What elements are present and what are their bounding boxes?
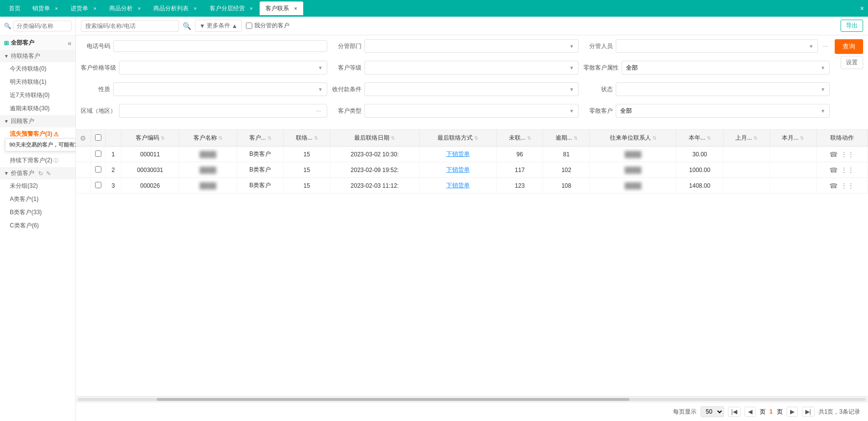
tab-customer-tier-close[interactable]: × (250, 5, 253, 11)
row-last-method-0[interactable]: 下销货单 (419, 147, 496, 162)
th-last-month[interactable]: 上月... ⇅ (723, 130, 770, 147)
row-checkbox-cell[interactable] (91, 162, 105, 178)
row-action-more-1[interactable]: ⋮⋮ (841, 166, 854, 174)
zero-attr-select[interactable]: 全部 ▼ (622, 61, 830, 74)
phone-input[interactable] (113, 40, 327, 52)
page-size-select[interactable]: 50 (700, 406, 724, 417)
sort-code-icon[interactable]: ⇅ (161, 135, 165, 141)
main-search-input[interactable] (81, 20, 179, 32)
main-search-button[interactable]: 🔍 (183, 22, 191, 30)
sort-company-contact-icon[interactable]: ⇅ (652, 135, 656, 141)
th-type[interactable]: 客户... ⇅ (237, 130, 283, 147)
tab-analysis-list[interactable]: 商品分析列表 × (147, 1, 202, 15)
th-current-month[interactable]: 本月... ⇅ (770, 130, 816, 147)
sidebar-item-overdue[interactable]: 逾期未联络(30) (0, 102, 75, 115)
more-conditions-button[interactable]: ▼ 更多条件 ▲ (195, 20, 242, 32)
sort-current-year-icon[interactable]: ⇅ (707, 135, 711, 141)
sort-not-contacted-icon[interactable]: ⇅ (527, 135, 531, 141)
person-dots[interactable]: ··· (821, 43, 830, 50)
settings-button[interactable]: 设置 (841, 56, 863, 69)
row-checkbox-0[interactable] (95, 150, 101, 157)
section-pending-contact[interactable]: ▼ 待联络客户 (0, 50, 75, 62)
row-last-method-link-1[interactable]: 下销货单 (446, 166, 470, 173)
customer-type-select[interactable]: ▼ (364, 104, 579, 118)
my-customers-checkbox[interactable]: 我分管的客户 (246, 22, 289, 30)
th-company-contact[interactable]: 往来单位联系人 ⇅ (590, 130, 676, 147)
th-checkbox[interactable] (91, 130, 105, 147)
sidebar-item-ungrouped[interactable]: 未分组(32) (0, 179, 75, 193)
tab-purchase[interactable]: 进货单 × (65, 1, 102, 15)
row-last-method-2[interactable]: 下销货单 (419, 178, 496, 194)
payment-select[interactable]: ▼ (364, 82, 579, 96)
sidebar-item-today[interactable]: 今天待联络(0) (0, 62, 75, 75)
zero-customer-select[interactable]: 全部 ▼ (616, 104, 830, 118)
th-code[interactable]: 客户编码 ⇅ (121, 130, 179, 147)
row-checkbox-cell[interactable] (91, 178, 105, 194)
tab-customer-contact-close[interactable]: × (294, 5, 297, 11)
person-select[interactable]: ▼ (616, 39, 818, 53)
next-page-button[interactable]: ▶ (787, 407, 798, 417)
section-value[interactable]: ▼ 价值客户 ↻ ✎ (0, 167, 75, 179)
sort-contact-count-icon[interactable]: ⇅ (314, 135, 318, 141)
dept-select[interactable]: ▼ (364, 39, 579, 53)
sort-name-icon[interactable]: ⇅ (218, 135, 222, 141)
scroll-thumb[interactable] (157, 398, 629, 401)
price-level-select[interactable]: ▼ (119, 61, 327, 74)
all-customers-header[interactable]: ⊞ 全部客户 « (0, 36, 75, 50)
sort-last-month-icon[interactable]: ⇅ (753, 135, 757, 141)
region-select[interactable]: ··· (119, 104, 327, 118)
nature-select[interactable]: ▼ (113, 82, 327, 96)
sort-last-method-icon[interactable]: ⇅ (474, 135, 478, 141)
region-dots[interactable]: ··· (314, 107, 323, 114)
first-page-button[interactable]: |◀ (728, 407, 741, 417)
sidebar-item-class-b[interactable]: B类客户(33) (0, 206, 75, 219)
row-action-contact-1[interactable]: ☎ (829, 166, 838, 174)
close-all-button[interactable]: × (860, 4, 864, 12)
tab-analysis[interactable]: 商品分析 × (103, 1, 146, 15)
tab-sales-close[interactable]: × (55, 5, 58, 11)
row-last-method-1[interactable]: 下销货单 (419, 162, 496, 178)
sidebar-item-churn-warning[interactable]: 流失预警客户(3) ⚠ 90天未交易的客户，可能有流失风险。 (0, 127, 75, 141)
th-settings[interactable]: ⚙ (76, 130, 91, 147)
sort-type-icon[interactable]: ⇅ (267, 135, 271, 141)
section-review[interactable]: ▼ 回顾客户 (0, 115, 75, 127)
export-button[interactable]: 导出 (841, 20, 863, 32)
sidebar-collapse-button[interactable]: « (68, 39, 72, 47)
sidebar-item-class-c[interactable]: C类客户(6) (0, 219, 75, 232)
customer-level-select[interactable]: ▼ (364, 61, 579, 74)
refresh-icon[interactable]: ↻ (38, 170, 43, 177)
th-contact-count[interactable]: 联络... ⇅ (284, 130, 330, 147)
settings-icon[interactable]: ⚙ (80, 134, 86, 142)
prev-page-button[interactable]: ◀ (745, 407, 756, 417)
row-action-contact-2[interactable]: ☎ (829, 182, 838, 190)
tab-analysis-close[interactable]: × (138, 5, 141, 11)
tab-customer-contact[interactable]: 客户联系 × (260, 1, 303, 15)
status-select[interactable]: ▼ (616, 82, 830, 96)
tab-customer-tier[interactable]: 客户分层经营 × (204, 1, 259, 15)
horizontal-scrollbar[interactable] (76, 396, 868, 402)
row-checkbox-cell[interactable] (91, 147, 105, 162)
home-tab[interactable]: 首页 (4, 4, 25, 13)
query-button[interactable]: 查询 (835, 39, 863, 54)
th-last-method[interactable]: 最后联络方式 ⇅ (419, 130, 496, 147)
edit-icon[interactable]: ✎ (46, 170, 51, 177)
sidebar-item-declining[interactable]: 持续下滑客户(2) ⓘ (0, 154, 75, 167)
th-not-contacted[interactable]: 未联... ⇅ (496, 130, 543, 147)
row-action-more-2[interactable]: ⋮⋮ (841, 182, 854, 190)
th-current-year[interactable]: 本年... ⇅ (676, 130, 723, 147)
select-all-checkbox[interactable] (95, 134, 101, 141)
sidebar-search-input[interactable] (13, 21, 72, 31)
my-customers-check[interactable] (246, 23, 252, 29)
tab-sales[interactable]: 销货单 × (26, 1, 64, 15)
sidebar-item-class-a[interactable]: A类客户(1) (0, 193, 75, 206)
row-checkbox-2[interactable] (95, 182, 101, 188)
tab-purchase-close[interactable]: × (93, 5, 96, 11)
row-last-method-link-2[interactable]: 下销货单 (446, 182, 470, 189)
th-last-date[interactable]: 最后联络日期 ⇅ (330, 130, 419, 147)
tab-analysis-list-close[interactable]: × (193, 5, 196, 11)
row-checkbox-1[interactable] (95, 166, 101, 173)
row-action-contact-0[interactable]: ☎ (829, 150, 838, 158)
sort-last-date-icon[interactable]: ⇅ (391, 135, 395, 141)
last-page-button[interactable]: ▶| (802, 407, 815, 417)
sort-current-month-icon[interactable]: ⇅ (800, 135, 804, 141)
